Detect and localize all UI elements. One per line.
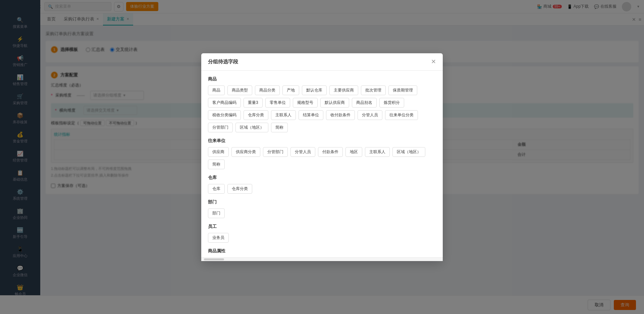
field-tag[interactable]: 主联系人: [365, 147, 390, 157]
field-selection-dialog: 分组待选字段 ✕ 商品 商品 商品类型 商品分类 产地 默认仓库 主要供应商 批…: [201, 53, 443, 261]
field-tag[interactable]: 区域（地区）: [392, 147, 425, 157]
field-tag[interactable]: 规格型号: [293, 98, 318, 108]
field-tag[interactable]: 产地: [282, 85, 299, 95]
field-tag[interactable]: 商品: [208, 85, 225, 95]
dialog-hscroll[interactable]: [201, 257, 443, 261]
field-tag[interactable]: 主联系人: [271, 110, 296, 120]
field-tag[interactable]: 付款条件: [318, 147, 343, 157]
field-tag[interactable]: 分管人员: [358, 110, 382, 120]
section-warehouse-title: 仓库: [208, 175, 436, 181]
section-department-title: 部门: [208, 199, 436, 205]
dialog-overlay: 分组待选字段 ✕ 商品 商品 商品类型 商品分类 产地 默认仓库 主要供应商 批…: [0, 0, 644, 314]
section-employee: 员工 业务员: [208, 224, 436, 243]
field-tag[interactable]: 地区: [345, 147, 362, 157]
dialog-close-button[interactable]: ✕: [431, 59, 436, 65]
section-product-attr: 商品属性 属性 颜色 多规格 尺码 鞋码 1: [208, 248, 436, 258]
dialog-header: 分组待选字段 ✕: [201, 53, 443, 71]
field-tag[interactable]: 分管人员: [290, 147, 315, 157]
field-tag[interactable]: 商品分类: [255, 85, 280, 95]
section-product-title: 商品: [208, 76, 436, 82]
field-tag[interactable]: 往来单位分类: [385, 110, 418, 120]
field-tag[interactable]: 简称: [208, 160, 225, 169]
field-tag[interactable]: 简称: [271, 123, 288, 132]
field-tag[interactable]: 主要供应商: [329, 85, 358, 95]
field-tag[interactable]: 炼货积分: [379, 98, 404, 108]
section-employee-fields: 业务员: [208, 233, 436, 243]
field-tag[interactable]: 商品类型: [227, 85, 252, 95]
field-tag[interactable]: 重量3: [244, 98, 263, 108]
field-tag[interactable]: 仓库分类: [244, 110, 268, 120]
field-tag[interactable]: 保质期管理: [388, 85, 417, 95]
field-tag[interactable]: 收付款条件: [326, 110, 355, 120]
dialog-body: 商品 商品 商品类型 商品分类 产地 默认仓库 主要供应商 批次管理 保质期管理…: [201, 71, 443, 258]
section-counterpart: 往来单位 供应商 供应商分类 分管部门 分管人员 付款条件 地区 主联系人 区域…: [208, 138, 436, 169]
field-tag[interactable]: 默认仓库: [302, 85, 327, 95]
section-warehouse: 仓库 仓库 仓库分类: [208, 175, 436, 194]
section-department-fields: 部门: [208, 208, 436, 218]
field-tag[interactable]: 默认供应商: [320, 98, 349, 108]
section-product-fields: 商品 商品类型 商品分类 产地 默认仓库 主要供应商 批次管理 保质期管理 客户…: [208, 85, 436, 132]
section-counterpart-title: 往来单位: [208, 138, 436, 144]
field-tag[interactable]: 供应商: [208, 147, 229, 157]
section-department: 部门 部门: [208, 199, 436, 218]
field-tag[interactable]: 供应商分类: [231, 147, 260, 157]
field-tag[interactable]: 零售单位: [265, 98, 290, 108]
field-tag[interactable]: 区域（地区）: [235, 123, 268, 132]
field-tag[interactable]: 分管部门: [208, 123, 233, 132]
dialog-title: 分组待选字段: [208, 59, 238, 65]
field-tag[interactable]: 结算单位: [299, 110, 323, 120]
section-product-attr-title: 商品属性: [208, 248, 436, 254]
section-counterpart-fields: 供应商 供应商分类 分管部门 分管人员 付款条件 地区 主联系人 区域（地区） …: [208, 147, 436, 169]
field-tag[interactable]: 仓库: [208, 184, 225, 194]
field-tag[interactable]: 客户商品编码: [208, 98, 241, 108]
field-tag[interactable]: 业务员: [208, 233, 229, 243]
field-tag[interactable]: 商品别名: [352, 98, 377, 108]
hscroll-thumb[interactable]: [204, 258, 224, 260]
section-warehouse-fields: 仓库 仓库分类: [208, 184, 436, 194]
field-tag[interactable]: 分管部门: [263, 147, 288, 157]
field-tag[interactable]: 部门: [208, 208, 225, 218]
section-employee-title: 员工: [208, 224, 436, 230]
field-tag[interactable]: 税收分类编码: [208, 110, 241, 120]
section-product: 商品 商品 商品类型 商品分类 产地 默认仓库 主要供应商 批次管理 保质期管理…: [208, 76, 436, 132]
field-tag[interactable]: 批次管理: [361, 85, 386, 95]
field-tag[interactable]: 仓库分类: [227, 184, 252, 194]
